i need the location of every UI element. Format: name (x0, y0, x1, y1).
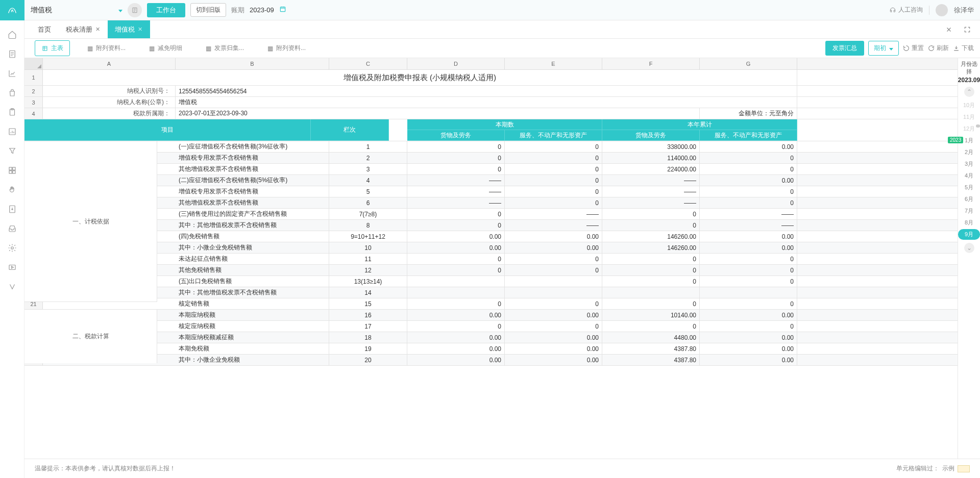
cell[interactable] (407, 276, 505, 287)
cell[interactable]: —— (505, 209, 602, 219)
cell[interactable]: (三)销售使用过的固定资产不含税销售额 (176, 209, 329, 219)
cell[interactable]: 0.00 (505, 332, 602, 343)
cell[interactable]: 0.00 (505, 310, 602, 320)
period-start-button[interactable]: 期初 (868, 41, 899, 56)
refresh-button[interactable]: 刷新 (928, 44, 949, 53)
cell[interactable]: 0 (700, 254, 797, 264)
cell[interactable]: 0 (602, 321, 700, 332)
close-icon[interactable]: ✕ (95, 26, 100, 33)
cell[interactable]: 17 (329, 321, 407, 332)
fullscreen-button[interactable] (961, 23, 974, 36)
cell[interactable]: 4387.80 (602, 343, 700, 354)
cell[interactable]: (五)出口免税销售额 (176, 276, 329, 287)
tab-home[interactable]: 首页 (31, 20, 59, 38)
cell[interactable]: 0.00 (505, 343, 602, 354)
filter-icon[interactable] (7, 146, 17, 156)
cell[interactable]: 0 (700, 276, 797, 287)
cell[interactable]: 0.00 (407, 242, 505, 253)
app-logo[interactable] (0, 0, 24, 20)
cell[interactable]: 0 (700, 265, 797, 275)
cell[interactable]: 14 (329, 287, 407, 298)
cell[interactable]: 9=10+11+12 (329, 231, 407, 242)
cell[interactable]: 0.00 (700, 242, 797, 253)
cell[interactable]: 0 (505, 298, 602, 309)
cell[interactable]: —— (407, 186, 505, 197)
cell[interactable]: 0.00 (700, 332, 797, 343)
company-dropdown-icon[interactable] (117, 6, 122, 14)
cell[interactable]: 0 (602, 265, 700, 275)
cell[interactable]: 0 (407, 254, 505, 264)
cell[interactable]: (四)免税销售额 (176, 231, 329, 242)
row-header[interactable]: 2 (24, 86, 43, 96)
subtab-attachment-2[interactable]: ▦附列资料... (260, 41, 312, 56)
cell[interactable]: 12 (329, 265, 407, 275)
col-header[interactable]: B (176, 58, 329, 69)
cell[interactable]: 0 (505, 175, 602, 186)
cell[interactable]: 0 (700, 298, 797, 309)
cell[interactable]: 0 (505, 141, 602, 152)
cell[interactable] (505, 287, 602, 298)
notes-icon[interactable] (128, 3, 142, 17)
cell[interactable]: 本期免税额 (176, 343, 329, 354)
cell[interactable]: 16 (329, 310, 407, 320)
cell[interactable]: 其中：小微企业免税额 (176, 355, 329, 365)
cell[interactable]: 0.00 (407, 332, 505, 343)
cell[interactable]: 0 (407, 141, 505, 152)
export-icon[interactable] (7, 204, 17, 214)
scrollbar-thumb[interactable] (976, 124, 980, 128)
cell[interactable]: 20 (329, 355, 407, 365)
month-item[interactable]: 8月 (958, 217, 980, 228)
cell[interactable] (602, 287, 700, 298)
row-header[interactable]: 4 (24, 108, 43, 119)
month-item[interactable]: 20231月 (958, 135, 980, 146)
row-header[interactable]: 3 (24, 97, 43, 108)
v-icon[interactable] (7, 282, 17, 292)
calendar-icon[interactable] (279, 6, 286, 14)
username[interactable]: 徐泽华 (954, 6, 974, 15)
clipboard-icon[interactable] (7, 107, 17, 117)
cell[interactable]: 0.00 (407, 355, 505, 365)
select-all-corner[interactable] (24, 58, 43, 69)
cell[interactable]: 核定销售额 (176, 298, 329, 309)
month-item[interactable]: 4月 (958, 170, 980, 181)
cell[interactable]: 18 (329, 332, 407, 343)
month-item[interactable]: 11月 (958, 112, 980, 122)
cell[interactable]: 0 (407, 153, 505, 163)
month-item[interactable]: 6月 (958, 194, 980, 205)
cell[interactable]: 增值税专用发票不含税销售额 (176, 153, 329, 163)
support-link[interactable]: 人工咨询 (889, 6, 923, 14)
cell[interactable]: 0 (505, 153, 602, 163)
cell[interactable]: —— (602, 186, 700, 197)
subtab-invoice[interactable]: ▦发票归集... (199, 41, 250, 56)
cell[interactable]: 0 (505, 265, 602, 275)
cell[interactable]: —— (407, 175, 505, 186)
cell[interactable]: 其中：其他增值税发票不含税销售额 (176, 287, 329, 298)
cell[interactable]: 10140.00 (602, 310, 700, 320)
download-button[interactable]: 下载 (953, 44, 974, 53)
month-item[interactable]: 3月 (958, 159, 980, 169)
cell[interactable]: (一)应征增值税不含税销售额(3%征收率) (176, 141, 329, 152)
cell[interactable]: 0 (407, 298, 505, 309)
cell[interactable]: 0.00 (505, 242, 602, 253)
month-item[interactable]: 5月 (958, 182, 980, 193)
cell[interactable]: 0 (602, 276, 700, 287)
cell[interactable]: 其中：其他增值税发票不含税销售额 (176, 220, 329, 231)
cell[interactable]: 2 (329, 153, 407, 163)
cell[interactable]: 10 (329, 242, 407, 253)
col-header[interactable]: F (602, 58, 700, 69)
cell[interactable]: —— (602, 197, 700, 208)
close-all-button[interactable] (942, 23, 955, 36)
cell[interactable]: 0 (700, 164, 797, 174)
row-header[interactable]: 1 (24, 70, 43, 85)
cell[interactable]: 11 (329, 254, 407, 264)
cell[interactable]: 0 (505, 197, 602, 208)
cell[interactable]: 本期应纳税额 (176, 310, 329, 320)
period-value[interactable]: 2023-09 (250, 6, 274, 14)
cell[interactable]: —— (700, 220, 797, 231)
cell[interactable]: 0.00 (407, 310, 505, 320)
invoice-summary-button[interactable]: 发票汇总 (825, 41, 864, 56)
tab-vat[interactable]: 增值税✕ (108, 20, 150, 38)
cell[interactable]: 0 (505, 164, 602, 174)
cell[interactable]: 19 (329, 343, 407, 354)
cell[interactable]: 0 (505, 186, 602, 197)
